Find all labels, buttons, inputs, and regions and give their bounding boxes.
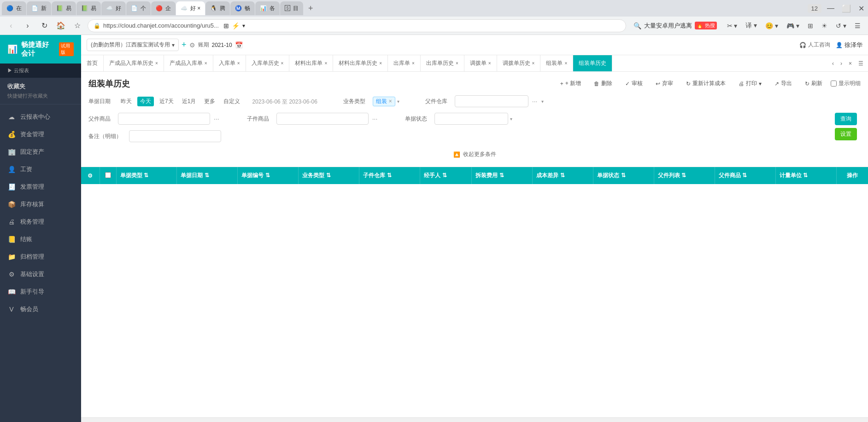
- date-more[interactable]: 更多: [201, 97, 218, 106]
- th-bill-type[interactable]: 单据类型 ⇅: [116, 167, 177, 184]
- tab-close-icon[interactable]: ×: [456, 61, 458, 66]
- sidebar-item-settings[interactable]: ⚙ 基础设置: [0, 266, 81, 283]
- parent-warehouse-input[interactable]: [455, 95, 528, 107]
- tab-close-icon[interactable]: ×: [281, 61, 284, 66]
- parent-warehouse-dots-button[interactable]: ···: [530, 98, 540, 105]
- tab-close-icon[interactable]: ×: [324, 61, 327, 66]
- sidebar-item-funds[interactable]: 💰 资金管理: [0, 126, 81, 143]
- tab-close-icon[interactable]: ×: [237, 61, 240, 66]
- collapse-bar[interactable]: 🔼 收起更多条件: [88, 148, 861, 161]
- th-unit[interactable]: 计量单位 ⇅: [776, 167, 837, 184]
- tab-material-outbound[interactable]: 材料出库单 ×: [289, 55, 333, 72]
- tab-count-badge[interactable]: 12: [808, 4, 821, 13]
- bottom-scrollbar[interactable]: [81, 417, 868, 422]
- date-7days[interactable]: 近7天: [157, 97, 176, 106]
- show-detail-checkbox[interactable]: [831, 81, 837, 87]
- parent-goods-input[interactable]: [118, 113, 210, 125]
- brightness-icon[interactable]: ☀: [819, 21, 830, 30]
- tabs-menu-button[interactable]: ☰: [856, 59, 866, 68]
- export-button[interactable]: ↗ 导出: [770, 77, 797, 90]
- tab-finished-goods-history[interactable]: 产成品入库单历史 ×: [104, 55, 164, 72]
- favorites-sub[interactable]: 快捷键打开收藏夹: [7, 92, 74, 99]
- query-button[interactable]: 查询: [835, 113, 857, 125]
- th-bill-status[interactable]: 单据状态 ⇅: [593, 167, 654, 184]
- translate-icon[interactable]: 译 ▾: [743, 21, 760, 31]
- recalculate-button[interactable]: ↻ 重新计算成本: [681, 77, 730, 90]
- new-tab-button[interactable]: +: [304, 1, 317, 15]
- sidebar-item-fixed-assets[interactable]: 🏢 固定资产: [0, 143, 81, 161]
- emoji-icon[interactable]: 😊 ▾: [762, 21, 781, 30]
- tab-close-icon[interactable]: ×: [155, 61, 158, 66]
- browser-tab-5[interactable]: ☁️ 好: [101, 1, 126, 15]
- th-bill-no[interactable]: 单据编号 ⇅: [238, 167, 299, 184]
- tab-close-icon[interactable]: ×: [379, 61, 382, 66]
- abandon-button[interactable]: ↩ 弃审: [651, 77, 678, 90]
- select-all-checkbox[interactable]: [105, 172, 111, 178]
- th-dismantling-cost[interactable]: 拆装费用 ⇅: [472, 167, 533, 184]
- show-detail-toggle[interactable]: 显示明细: [831, 80, 861, 87]
- tab-finished-goods[interactable]: 产成品入库单 ×: [164, 55, 213, 72]
- tab-close-icon[interactable]: ×: [532, 61, 535, 66]
- setting-button[interactable]: 设置: [835, 128, 857, 140]
- print-button[interactable]: 🖨 打印 ▾: [734, 77, 766, 90]
- th-parent-list[interactable]: 父件列表 ⇅: [654, 167, 715, 184]
- parent-warehouse-dropdown-icon[interactable]: ▾: [541, 99, 544, 104]
- tab-close-icon[interactable]: ×: [564, 61, 567, 66]
- th-bill-date[interactable]: 单据日期 ⇅: [177, 167, 238, 184]
- tab-transfer[interactable]: 调拨单 ×: [464, 55, 497, 72]
- dropdown-arrow-icon[interactable]: ▾: [242, 23, 245, 29]
- tab-home[interactable]: 首页: [81, 55, 104, 72]
- child-goods-dots-button[interactable]: ···: [370, 115, 380, 122]
- tab-transfer-history[interactable]: 调拨单历史 ×: [497, 55, 541, 72]
- order-status-dropdown-icon[interactable]: ▾: [510, 116, 512, 121]
- sidebar-item-tax[interactable]: 🖨 税务管理: [0, 213, 81, 231]
- tag-close-button[interactable]: ×: [389, 98, 392, 104]
- tabs-close-button[interactable]: ×: [846, 59, 855, 68]
- sidebar-item-checkout[interactable]: 📒 结账: [0, 231, 81, 248]
- tab-inbound[interactable]: 入库单 ×: [213, 55, 246, 72]
- browser-tab-3[interactable]: 📗 易: [52, 1, 76, 15]
- tab-close-icon[interactable]: ×: [488, 61, 491, 66]
- tab-close-icon[interactable]: ×: [412, 61, 415, 66]
- add-button[interactable]: + + 新增: [556, 77, 586, 90]
- refresh-page-button[interactable]: ↻ 刷新: [800, 77, 827, 90]
- date-yesterday[interactable]: 昨天: [118, 97, 135, 106]
- sidebar-item-member[interactable]: V 畅会员: [0, 301, 81, 318]
- sidebar-item-inventory[interactable]: 📦 库存核算: [0, 196, 81, 213]
- grid-icon[interactable]: ⊞: [805, 21, 816, 30]
- tabs-prev-button[interactable]: ‹: [829, 59, 837, 68]
- undo-icon[interactable]: ↺ ▾: [833, 21, 849, 30]
- tab-assembly-history[interactable]: 组装单历史: [573, 55, 612, 72]
- settings-button[interactable]: ⚙: [189, 41, 195, 49]
- app-logo[interactable]: 📊 畅捷通好会计 试用版: [0, 35, 81, 64]
- game-icon[interactable]: 🎮 ▾: [784, 21, 802, 30]
- browser-tab-10[interactable]: Ⓜ️ 畅: [230, 1, 255, 15]
- order-status-input[interactable]: [434, 113, 508, 125]
- sidebar-item-guide[interactable]: 📖 新手引导: [0, 283, 81, 301]
- calendar-icon[interactable]: 📅: [235, 41, 243, 49]
- tab-outbound[interactable]: 出库单 ×: [388, 55, 421, 72]
- note-input[interactable]: [129, 130, 221, 142]
- th-cost-diff[interactable]: 成本差异 ⇅: [533, 167, 593, 184]
- minimize-button[interactable]: —: [825, 2, 836, 14]
- back-button[interactable]: ‹: [5, 19, 18, 32]
- account-selector[interactable]: (勿删勿禁用）江西服宝测试专用 ▾: [87, 39, 179, 51]
- child-goods-input[interactable]: [276, 113, 369, 125]
- browser-tab-6[interactable]: 📄 个: [126, 1, 151, 15]
- forward-button[interactable]: ›: [21, 19, 34, 32]
- menu-icon[interactable]: ☰: [852, 21, 863, 30]
- business-type-dropdown-icon[interactable]: ▾: [397, 99, 399, 104]
- browser-tab-1[interactable]: 🔵 在: [2, 1, 26, 15]
- tab-inbound-history[interactable]: 入库单历史 ×: [246, 55, 290, 72]
- address-bar[interactable]: 🔒 https://cloud.chanjet.com/accounting/u…: [88, 19, 626, 32]
- th-settings[interactable]: ⚙: [81, 167, 100, 184]
- sidebar-item-salary[interactable]: 👤 工资: [0, 161, 81, 178]
- tab-material-outbound-history[interactable]: 材料出库单历史 ×: [333, 55, 388, 72]
- browser-tab-2[interactable]: 📄 新: [27, 1, 51, 15]
- tab-outbound-history[interactable]: 出库单历史 ×: [421, 55, 464, 72]
- sidebar-item-archive[interactable]: 📁 归档管理: [0, 248, 81, 266]
- browser-tab-12[interactable]: 🅂 目: [280, 1, 303, 15]
- star-button[interactable]: ☆: [71, 19, 84, 32]
- delete-button[interactable]: 🗑 删除: [589, 77, 617, 90]
- refresh-button[interactable]: ↻: [38, 19, 51, 32]
